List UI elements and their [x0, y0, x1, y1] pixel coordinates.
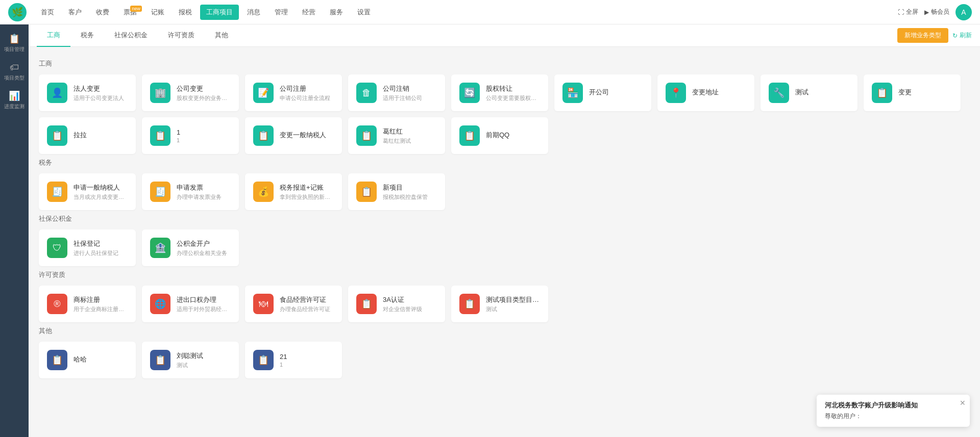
sidebar-label: 项目类型 [4, 74, 24, 82]
card-公司注册[interactable]: 📝公司注册申请公司注册全流程 [245, 74, 342, 111]
card-开公司[interactable]: 🏪开公司 [554, 74, 651, 111]
card-食品经营许可证[interactable]: 🍽食品经营许可证办理食品经营许可证 [245, 286, 342, 322]
nav-badge: new [130, 6, 142, 12]
card-社保登记[interactable]: 🛡社保登记进行人员社保登记 [39, 229, 136, 266]
card-desc: 葛红红测试 [383, 137, 437, 145]
card-icon: 🏢 [150, 83, 170, 103]
notif-close-btn[interactable]: ✕ [960, 399, 966, 407]
nav-item-设置[interactable]: 设置 [351, 5, 377, 20]
notif-title: 河北税务数字账户升级影响通知 [825, 401, 962, 410]
sidebar-label: 进度监测 [4, 103, 24, 110]
card-icon: 📋 [356, 182, 377, 202]
nav-item-首页[interactable]: 首页 [35, 5, 60, 20]
card-刘聪测试[interactable]: 📋刘聪测试测试 [142, 342, 239, 378]
card-text: 变更 [898, 88, 952, 98]
card-icon: 📋 [47, 125, 67, 146]
nav-item-经营[interactable]: 经营 [296, 5, 322, 20]
card-icon: 🔧 [769, 83, 789, 103]
card-icon: 📋 [150, 125, 170, 146]
card-测试项目类型目定义[interactable]: 📋测试项目类型目定义测试 [451, 286, 548, 322]
card-text: 公司注销适用于注销公司 [383, 84, 437, 102]
card-text: 食品经营许可证办理食品经营许可证 [280, 295, 334, 313]
member-btn[interactable]: ▶ 畅会员 [924, 8, 949, 16]
top-navigation: 🌿 首页客户收费票据new记账报税工商项目消息管理经营服务设置 ⛶ 全屏 ▶ 畅… [0, 0, 980, 24]
fullscreen-btn[interactable]: ⛶ 全屏 [898, 8, 918, 16]
tab-许可资质[interactable]: 许可资质 [158, 24, 205, 47]
notif-content: 尊敬的用户： [825, 412, 962, 421]
card-title: 变更 [898, 88, 952, 97]
card-icon: 🏪 [562, 83, 583, 103]
tab-社保公积金[interactable]: 社保公积金 [104, 24, 158, 47]
refresh-button[interactable]: ↻ 刷新 [952, 31, 972, 40]
card-title: 刘聪测试 [177, 351, 231, 361]
sidebar-icon: 📊 [8, 90, 20, 102]
nav-item-收费[interactable]: 收费 [90, 5, 115, 20]
card-葛红红[interactable]: 📋葛红红葛红红测试 [348, 117, 445, 154]
nav-item-工商项目[interactable]: 工商项目 [200, 5, 239, 20]
card-icon: 📝 [253, 83, 274, 103]
card-text: 211 [280, 353, 334, 368]
card-title: 变更地址 [692, 88, 746, 97]
main-content: 工商税务社保公积金许可资质其他 新增业务类型 ↻ 刷新 工商👤法人变更适用于公司… [29, 24, 980, 437]
card-desc: 用于企业商标注册服务 [74, 305, 128, 313]
nav-item-报税[interactable]: 报税 [173, 5, 198, 20]
card-公积金开户[interactable]: 🏦公积金开户办理公积金相关业务 [142, 229, 239, 266]
card-变更地址[interactable]: 📍变更地址 [657, 74, 754, 111]
card-desc: 当月或次月成变更完成 [74, 193, 128, 201]
tabs-right: 新增业务类型 ↻ 刷新 [897, 28, 972, 43]
nav-item-消息[interactable]: 消息 [241, 5, 266, 20]
nav-item-服务[interactable]: 服务 [324, 5, 349, 20]
sidebar-item-项目管理[interactable]: 📋项目管理 [0, 29, 29, 57]
card-1[interactable]: 📋11 [142, 117, 239, 154]
card-icon: 👤 [47, 83, 67, 103]
tab-工商[interactable]: 工商 [37, 24, 70, 47]
card-title: 变更一般纳税人 [280, 131, 334, 140]
card-icon: 🗑 [356, 83, 377, 103]
card-3A认证[interactable]: 📋3A认证对企业信誉评级 [348, 286, 445, 322]
card-税务报道+记账[interactable]: 💰税务报道+记账拿到营业执照的新公司 [245, 173, 342, 210]
card-拉拉[interactable]: 📋拉拉 [39, 117, 136, 154]
card-申请一般纳税人[interactable]: 🧾申请一般纳税人当月或次月成变更完成 [39, 173, 136, 210]
section-title-其他: 其他 [39, 326, 970, 336]
card-text: 测试 [795, 88, 849, 98]
card-icon: 📋 [356, 294, 377, 314]
card-desc: 办理食品经营许可证 [280, 305, 334, 313]
card-title: 社保登记 [74, 239, 128, 248]
new-type-button[interactable]: 新增业务类型 [897, 28, 948, 43]
nav-item-管理[interactable]: 管理 [268, 5, 294, 20]
tab-其他[interactable]: 其他 [205, 24, 238, 47]
notification-popup: ✕ 河北税务数字账户升级影响通知 尊敬的用户： [817, 395, 970, 427]
card-icon: 🔄 [459, 83, 480, 103]
card-商标注册[interactable]: ®商标注册用于企业商标注册服务 [39, 286, 136, 322]
nav-item-客户[interactable]: 客户 [62, 5, 88, 20]
card-哈哈[interactable]: 📋哈哈 [39, 342, 136, 378]
card-公司变更[interactable]: 🏢公司变更股权变更外的业务变更 [142, 74, 239, 111]
card-测试[interactable]: 🔧测试 [761, 74, 857, 111]
card-申请发票[interactable]: 🧾申请发票办理申请发票业务 [142, 173, 239, 210]
card-变更[interactable]: 📋变更 [864, 74, 961, 111]
tab-税务[interactable]: 税务 [70, 24, 104, 47]
nav-item-票据[interactable]: 票据new [117, 5, 143, 20]
card-前期QQ[interactable]: 📋前期QQ [451, 117, 548, 154]
card-icon: 💰 [253, 182, 274, 202]
card-text: 新项目报税加税控盘保管 [383, 183, 437, 201]
nav-item-记账[interactable]: 记账 [145, 5, 170, 20]
card-法人变更[interactable]: 👤法人变更适用于公司变更法人 [39, 74, 136, 111]
user-avatar[interactable]: A [955, 4, 972, 20]
page-content: 工商👤法人变更适用于公司变更法人🏢公司变更股权变更外的业务变更📝公司注册申请公司… [29, 47, 980, 391]
card-text: 变更地址 [692, 88, 746, 98]
card-公司注销[interactable]: 🗑公司注销适用于注销公司 [348, 74, 445, 111]
card-icon: 🛡 [47, 238, 67, 258]
card-title: 公积金开户 [177, 239, 231, 248]
card-股权转让[interactable]: 🔄股权转让公司变更需要股权转让 [451, 74, 548, 111]
sidebar-item-进度监测[interactable]: 📊进度监测 [0, 86, 29, 114]
card-变更一般纳税人[interactable]: 📋变更一般纳税人 [245, 117, 342, 154]
sidebar-item-项目类型[interactable]: 🏷项目类型 [0, 57, 29, 86]
cards-grid-其他: 📋哈哈📋刘聪测试测试📋211 [39, 342, 970, 378]
refresh-icon: ↻ [952, 32, 958, 39]
card-21[interactable]: 📋211 [245, 342, 342, 378]
card-icon: 🍽 [253, 294, 274, 314]
card-text: 法人变更适用于公司变更法人 [74, 84, 128, 102]
card-新项目[interactable]: 📋新项目报税加税控盘保管 [348, 173, 445, 210]
card-进出口权办理[interactable]: 🌐进出口权办理适用于对外贸易经营者 [142, 286, 239, 322]
